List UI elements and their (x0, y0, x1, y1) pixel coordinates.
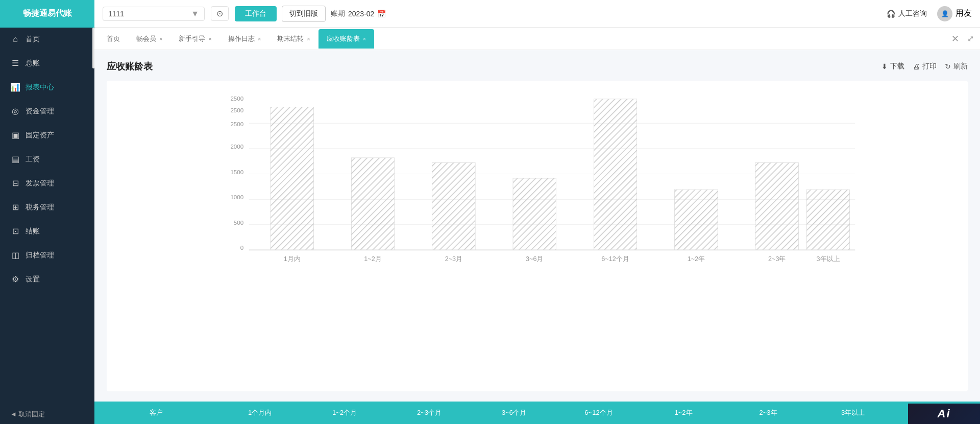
x-label-6: 2~3年 (768, 255, 786, 263)
tab-aging[interactable]: 应收账龄表 × (318, 29, 374, 49)
bar-6-12月 (594, 99, 636, 250)
sidebar-item-archive[interactable]: ◫ 归档管理 (0, 243, 94, 267)
sidebar-label-home: 首页 (26, 35, 40, 44)
sidebar-scrollbar[interactable] (92, 28, 94, 68)
refresh-icon: ↻ (945, 62, 951, 70)
headset-icon: 🎧 (887, 10, 895, 18)
th-customer: 客户 (94, 408, 217, 417)
sidebar-label-checkout: 结账 (26, 227, 40, 236)
ai-badge[interactable]: Ai (908, 404, 980, 424)
sidebar-label-settings: 设置 (26, 275, 40, 284)
period-value: 2023-02 (348, 10, 374, 18)
funds-icon: ◎ (10, 106, 20, 116)
refresh-button[interactable]: ↻ 刷新 (945, 62, 968, 71)
x-label-3: 3~6月 (526, 255, 543, 263)
copy-button[interactable]: ⊙ (211, 6, 229, 21)
print-label: 打印 (922, 62, 937, 71)
tab-home[interactable]: 首页 (99, 29, 128, 49)
content-area: 首页 畅会员 × 新手引导 × 操作日志 × 期末结转 × 应收账龄表 × (94, 28, 980, 424)
download-button[interactable]: ⬇ 下载 (881, 62, 904, 71)
bar-2-3年 (755, 162, 798, 250)
cancel-fixed-label: ◄ 取消固定 (10, 410, 45, 419)
checkout-icon: ⊡ (10, 226, 20, 236)
tab-period-end[interactable]: 期末结转 × (269, 29, 318, 49)
th-3-6month: 3~6个月 (472, 408, 556, 417)
tab-oplog[interactable]: 操作日志 × (220, 29, 269, 49)
close-all-button[interactable]: ✕ (949, 31, 961, 46)
invoice-icon: ⊟ (10, 178, 20, 188)
x-label-1: 1~2月 (364, 255, 381, 263)
sidebar-label-reports: 报表中心 (26, 83, 54, 92)
page-title: 应收账龄表 (107, 60, 153, 73)
sidebar-item-home[interactable]: ⌂ 首页 (0, 28, 94, 51)
company-selector[interactable]: 1111 ▼ (103, 7, 205, 21)
chart-wrapper: 0 500 1000 1500 2000 2500 2500 2500 (117, 91, 958, 285)
sidebar-item-ledger[interactable]: ☰ 总账 (0, 51, 94, 75)
bar-1-2月 (351, 158, 394, 250)
chevron-down-icon: ▼ (191, 9, 199, 18)
table-header: 客户 1个月内 1~2个月 2~3个月 3~6个月 6~12个月 1~2年 2~… (94, 402, 980, 424)
aging-chart: 0 500 1000 1500 2000 2500 2500 2500 (117, 91, 958, 285)
tab-oplog-close[interactable]: × (258, 36, 261, 42)
sidebar-item-reports[interactable]: 📊 报表中心 (0, 75, 94, 99)
tab-guide-close[interactable]: × (208, 36, 211, 42)
sidebar-item-tax[interactable]: ⊞ 税务管理 (0, 195, 94, 219)
settings-icon: ⚙ (10, 274, 20, 284)
calendar-icon[interactable]: 📅 (377, 10, 386, 18)
workbench-button[interactable]: 工作台 (235, 6, 277, 21)
sidebar-item-assets[interactable]: ▣ 固定资产 (0, 123, 94, 147)
bar-1-2年 (675, 190, 718, 250)
maximize-button[interactable]: ⤢ (965, 32, 976, 45)
consult-label: 人工咨询 (898, 9, 927, 18)
ai-label: Ai (938, 407, 951, 420)
consult-button[interactable]: 🎧 人工咨询 (887, 9, 927, 18)
sidebar-label-invoice: 发票管理 (26, 179, 54, 188)
tax-icon: ⊞ (10, 202, 20, 212)
x-label-4: 6~12个月 (601, 255, 629, 263)
top-header: 畅捷通易代账 1111 ▼ ⊙ 工作台 切到旧版 账期 2023-02 📅 🎧 … (0, 0, 980, 28)
tab-member-close[interactable]: × (159, 36, 162, 42)
ledger-icon: ☰ (10, 58, 20, 68)
download-icon: ⬇ (881, 62, 888, 70)
page-header: 应收账龄表 ⬇ 下载 🖨 打印 ↻ 刷新 (107, 60, 968, 73)
tab-member[interactable]: 畅会员 × (128, 29, 170, 49)
sidebar-label-salary: 工资 (26, 155, 40, 164)
reports-icon: 📊 (10, 82, 20, 92)
x-label-2: 2~3月 (445, 255, 462, 263)
sidebar-item-checkout[interactable]: ⊡ 结账 (0, 219, 94, 243)
switch-old-button[interactable]: 切到旧版 (282, 6, 326, 22)
x-label-5: 1~2年 (688, 255, 705, 263)
avatar: 👤 (937, 6, 952, 21)
tab-aging-close[interactable]: × (363, 36, 366, 42)
page-content: 应收账龄表 ⬇ 下载 🖨 打印 ↻ 刷新 (94, 50, 980, 402)
sidebar-label-tax: 税务管理 (26, 203, 54, 212)
tab-guide[interactable]: 新手引导 × (170, 29, 219, 49)
tab-member-label: 畅会员 (136, 34, 156, 43)
sidebar-item-invoice[interactable]: ⊟ 发票管理 (0, 171, 94, 195)
logo-text: 畅捷通易代账 (23, 8, 72, 19)
print-button[interactable]: 🖨 打印 (913, 62, 937, 71)
print-icon: 🖨 (913, 62, 920, 70)
svg-text:2500: 2500 (230, 95, 243, 102)
th-3year-plus: 3年以上 (811, 408, 895, 417)
period-area: 账期 2023-02 📅 (331, 9, 386, 18)
user-area[interactable]: 👤 用友 (937, 6, 972, 21)
th-2-3year: 2~3年 (726, 408, 811, 417)
sidebar-item-salary[interactable]: ▤ 工资 (0, 147, 94, 171)
cancel-fixed-button[interactable]: ◄ 取消固定 (0, 405, 94, 424)
tab-home-label: 首页 (107, 34, 120, 43)
tabs-right: ✕ ⤢ (949, 31, 976, 46)
sidebar-label-funds: 资金管理 (26, 107, 54, 116)
bar-3-6月 (513, 178, 556, 250)
company-name: 1111 (108, 10, 187, 18)
svg-text:2500: 2500 (230, 107, 243, 113)
sidebar-item-settings[interactable]: ⚙ 设置 (0, 267, 94, 291)
logo-area: 畅捷通易代账 (0, 0, 94, 28)
tabs-bar: 首页 畅会员 × 新手引导 × 操作日志 × 期末结转 × 应收账龄表 × (94, 28, 980, 50)
tab-period-end-close[interactable]: × (307, 36, 310, 42)
bar-1月内 (271, 107, 313, 250)
sidebar-item-funds[interactable]: ◎ 资金管理 (0, 99, 94, 123)
th-1month: 1个月内 (217, 408, 302, 417)
user-label: 用友 (955, 8, 972, 19)
svg-text:1500: 1500 (230, 169, 243, 175)
